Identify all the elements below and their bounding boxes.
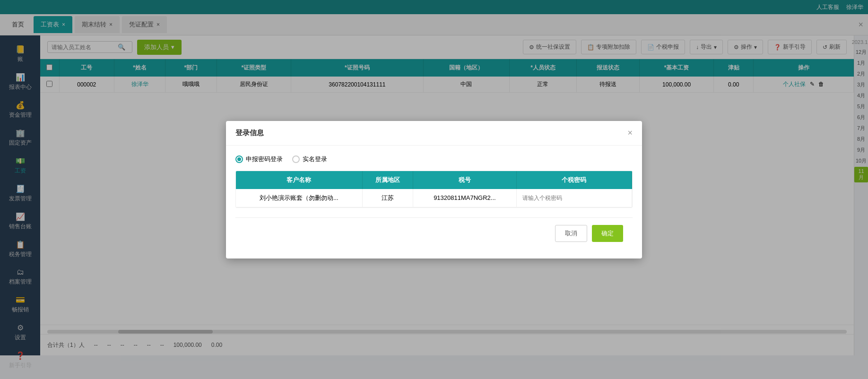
radio-realname-circle[interactable]: [292, 155, 300, 163]
inner-header-password: 个税密码: [516, 171, 632, 189]
radio-password-label: 申报密码登录: [246, 155, 283, 164]
client-table-wrap: 客户名称 所属地区 税号 个税密码 刘小艳演示账套（勿删勿动... 江苏 913…: [235, 171, 633, 208]
radio-password-circle[interactable]: [235, 155, 243, 163]
inner-header-region: 所属地区: [362, 171, 413, 189]
cancel-button[interactable]: 取消: [555, 225, 587, 242]
radio-realname-label: 实名登录: [303, 155, 327, 164]
radio-option-password[interactable]: 申报密码登录: [235, 155, 283, 164]
inner-header-tax-no: 税号: [413, 171, 517, 189]
login-type-radio-group: 申报密码登录 实名登录: [235, 155, 633, 164]
dialog-close-button[interactable]: ×: [627, 128, 633, 138]
client-table: 客户名称 所属地区 税号 个税密码 刘小艳演示账套（勿删勿动... 江苏 913…: [236, 171, 632, 207]
client-name-cell: 刘小艳演示账套（勿删勿动...: [236, 189, 362, 207]
client-tax-no-cell: 91320811MA7NGR2...: [413, 189, 517, 207]
dialog-title: 登录信息: [235, 129, 264, 138]
login-info-dialog: 登录信息 × 申报密码登录 实名登录 客户名称: [226, 121, 642, 258]
dialog-body: 申报密码登录 实名登录 客户名称 所属地区 税号 个税密码: [226, 146, 642, 258]
inner-header-client-name: 客户名称: [236, 171, 362, 189]
client-password-cell[interactable]: [516, 189, 632, 207]
dialog-header: 登录信息 ×: [226, 121, 642, 146]
confirm-button[interactable]: 确定: [592, 225, 623, 242]
individual-tax-password-input[interactable]: [522, 195, 626, 201]
modal-overlay: 登录信息 × 申报密码登录 实名登录 客户名称: [0, 0, 868, 379]
client-table-row: 刘小艳演示账套（勿删勿动... 江苏 91320811MA7NGR2...: [236, 189, 632, 207]
client-region-cell: 江苏: [362, 189, 413, 207]
radio-option-realname[interactable]: 实名登录: [292, 155, 327, 164]
dialog-footer: 取消 确定: [235, 217, 633, 249]
